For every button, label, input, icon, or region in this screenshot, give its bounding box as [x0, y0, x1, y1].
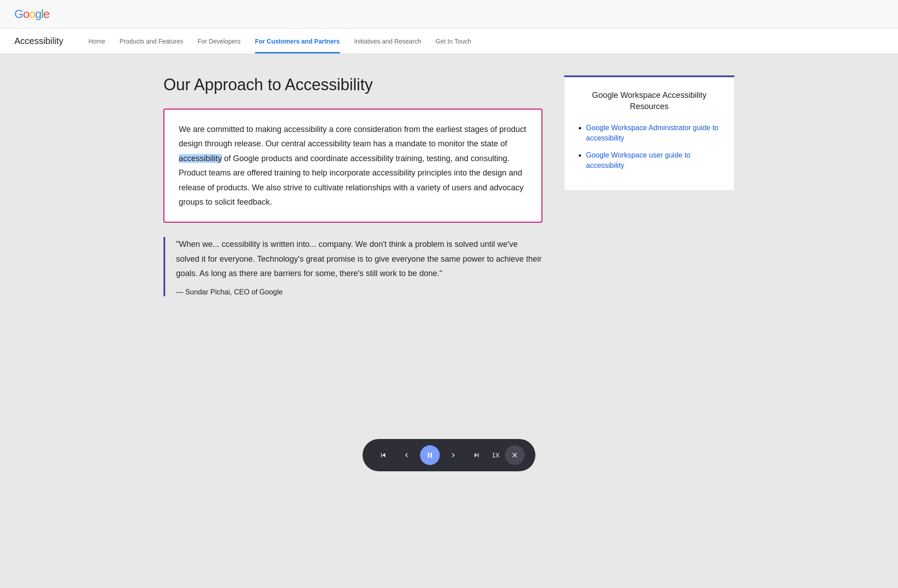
- header: Google: [0, 0, 898, 29]
- nav-link-contact[interactable]: Get In Touch: [428, 29, 478, 53]
- nav-brand: Accessibility: [14, 36, 63, 46]
- nav-link-products[interactable]: Products and Features: [112, 29, 190, 53]
- nav-link-home[interactable]: Home: [81, 29, 112, 53]
- quote-text: "When we... ccessibility is written into…: [176, 237, 542, 281]
- next-button[interactable]: [443, 445, 463, 465]
- previous-button[interactable]: [396, 445, 416, 465]
- page-title: Our Approach to Accessibility: [163, 75, 542, 94]
- highlighted-word: accessibility: [179, 154, 222, 163]
- sidebar-link-item-2: Google Workspace user guide to accessibi…: [586, 150, 722, 171]
- nav-link-customers[interactable]: For Customers and Partners: [248, 29, 347, 53]
- main-content: Our Approach to Accessibility We are com…: [135, 54, 763, 318]
- skip-back-button[interactable]: [373, 445, 393, 465]
- quote-block: "When we... ccessibility is written into…: [163, 237, 542, 296]
- quote-attribution: — Sundar Pichai, CEO of Google: [176, 288, 542, 296]
- close-player-button[interactable]: [505, 445, 525, 465]
- navbar: Accessibility Home Products and Features…: [0, 29, 898, 54]
- sidebar-links: Google Workspace Administrator guide to …: [577, 123, 722, 171]
- skip-forward-button[interactable]: [467, 445, 486, 465]
- playback-speed[interactable]: 1X: [490, 452, 501, 459]
- play-pause-button[interactable]: [420, 445, 440, 465]
- nav-link-developers[interactable]: For Developers: [190, 29, 248, 53]
- nav-link-initiatives[interactable]: Initiatives and Research: [347, 29, 428, 53]
- content-left: Our Approach to Accessibility We are com…: [163, 75, 542, 296]
- sidebar-link-item-1: Google Workspace Administrator guide to …: [586, 123, 722, 143]
- sidebar-card: Google Workspace Accessibility Resources…: [564, 75, 735, 191]
- sidebar-link-1[interactable]: Google Workspace Administrator guide to …: [586, 124, 718, 141]
- highlighted-paragraph-box: We are committed to making accessibility…: [163, 109, 542, 223]
- google-logo: Google: [14, 7, 49, 21]
- sidebar-title: Google Workspace Accessibility Resources: [577, 90, 722, 112]
- highlighted-paragraph: We are committed to making accessibility…: [179, 122, 527, 209]
- media-player: 1X: [362, 439, 535, 471]
- sidebar-link-2[interactable]: Google Workspace user guide to accessibi…: [586, 151, 691, 169]
- nav-links: Home Products and Features For Developer…: [81, 29, 478, 53]
- sidebar: Google Workspace Accessibility Resources…: [564, 75, 735, 191]
